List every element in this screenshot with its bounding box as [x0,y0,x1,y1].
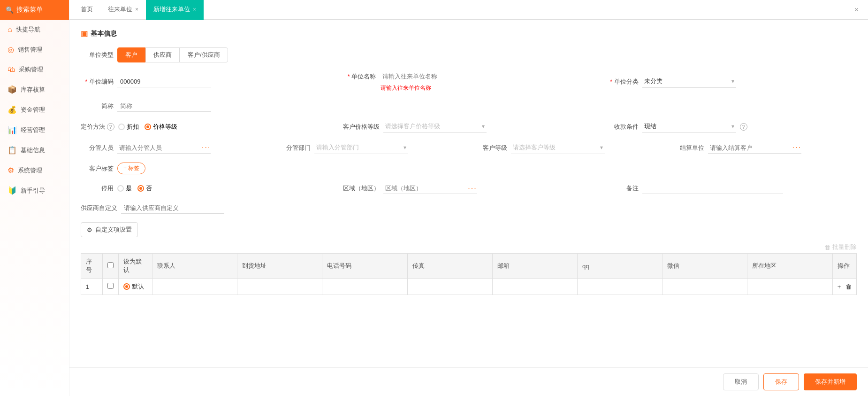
region-table-input[interactable] [752,283,827,290]
customer-tag-label: 客户标签 [81,164,114,173]
customer-level-select[interactable]: 请选择客户等级 ▾ [511,141,605,154]
row-checkbox[interactable] [107,283,114,289]
wechat-input[interactable] [667,283,742,290]
custom-settings-button[interactable]: ⚙ 自定义项设置 [81,222,138,237]
settings-icon: ⚙ [87,226,92,233]
system-icon: ⚙ [8,166,14,175]
save-button[interactable]: 保存 [763,373,799,390]
region-input[interactable] [383,183,466,194]
settlement-input[interactable] [708,142,791,153]
tab-new-partner[interactable]: 新增往来单位 × [146,0,204,20]
email-input[interactable] [497,283,572,290]
disabled-yes-option[interactable]: 是 [117,184,132,193]
tab-home-label: 首页 [81,5,93,14]
sidebar-item-system[interactable]: ⚙ 系统管理 [0,160,69,180]
pricing-discount-option[interactable]: 折扣 [118,123,139,131]
tab-new-partner-close[interactable]: × [193,6,196,13]
sidebar-item-label: 经营管理 [21,126,45,134]
unit-category-group: * 单位分类 未分类 ▾ [606,75,857,88]
type-btn-both[interactable]: 客户/供应商 [180,47,228,62]
section-title-text: 基本信息 [91,30,117,38]
add-tag-button[interactable]: + 标签 [117,163,145,174]
short-name-label: 简称 [81,102,114,110]
payment-condition-select[interactable]: 现结 ▾ [642,120,736,133]
sidebar-item-operation[interactable]: 📊 经营管理 [0,120,69,140]
pricing-method-label: 定价方法 ? [81,123,114,131]
sidebar-search[interactable]: 🔍 搜索菜单 [0,0,69,20]
inventory-icon: 📦 [8,85,17,94]
tab-partners[interactable]: 往来单位 × [100,0,146,20]
sidebar-item-inventory[interactable]: 📦 库存核算 [0,79,69,100]
supplier-custom-row: 供应商自定义 [81,202,857,214]
contact-input[interactable] [157,283,232,290]
delete-row-btn[interactable]: 🗑 [845,283,852,290]
note-input[interactable] [642,183,783,194]
row-check [103,279,119,295]
phone-input[interactable] [327,283,402,290]
payment-condition-label: 收款条件 [606,123,639,131]
category-chevron-icon: ▾ [731,78,734,85]
pricing-discount-radio [118,124,125,130]
window-close-button[interactable]: × [849,6,864,14]
add-row-btn[interactable]: + [838,283,841,290]
unit-name-group: * 单位名称 请输入往来单位名称 [343,71,594,92]
address-input[interactable] [242,283,317,290]
qq-input[interactable] [582,283,657,290]
unit-name-input[interactable] [380,71,483,82]
unit-category-label: * 单位分类 [606,78,639,86]
save-new-button[interactable]: 保存并新增 [804,373,857,390]
department-group: 分管部门 请输入分管部门 ▾ [278,141,464,154]
type-btn-customer[interactable]: 客户 [117,47,145,62]
settlement-more-btn[interactable]: ··· [792,143,801,152]
sidebar-item-finance[interactable]: 💰 资金管理 [0,100,69,120]
manager-more-btn[interactable]: ··· [202,143,211,152]
row-email [492,279,577,295]
sidebar-item-basic[interactable]: 📋 基础信息 [0,140,69,160]
unit-type-label: 单位类型 [81,51,114,59]
region-label: 区域（地区） [343,184,380,193]
search-icon: 🔍 [6,6,14,14]
customer-price-level-group: 客户价格等级 请选择客户价格等级 ▾ [343,120,594,133]
manager-input[interactable] [117,142,200,153]
disabled-no-label: 否 [146,184,152,193]
sales-icon: ◎ [8,45,14,54]
main-area: 首页 往来单位 × 新增往来单位 × × ▣ 基本信息 单位类型 客户 供应商 … [69,0,868,396]
fax-input[interactable] [412,283,487,290]
note-group: 备注 [606,183,857,194]
tab-home[interactable]: 首页 [73,0,100,20]
select-all-checkbox[interactable] [107,262,114,268]
disabled-group: 停用 是 否 [81,184,332,193]
pricing-discount-label: 折扣 [127,123,139,131]
sidebar-item-sales[interactable]: ◎ 销售管理 [0,39,69,60]
cancel-button[interactable]: 取消 [723,373,759,390]
payment-help-icon[interactable]: ? [740,123,747,131]
dept-chevron-icon: ▾ [404,144,406,151]
footer-bar: 取消 保存 保存并新增 [69,367,868,396]
sidebar-item-guide[interactable]: 🔰 新手引导 [0,180,69,201]
disabled-yes-radio [117,185,124,192]
short-name-input[interactable] [117,101,211,112]
payment-chevron-icon: ▾ [731,123,734,130]
col-address: 到货地址 [237,254,322,279]
disabled-no-option[interactable]: 否 [137,184,152,193]
row-default: 默认 [119,279,152,295]
pricing-help-icon[interactable]: ? [107,123,114,131]
sidebar-item-label: 基础信息 [21,146,45,155]
type-btn-supplier[interactable]: 供应商 [145,47,180,62]
tab-partners-close[interactable]: × [135,6,138,13]
pricing-level-label: 价格等级 [153,123,177,131]
sidebar-item-quick-nav[interactable]: ⌂ 快捷导航 [0,20,69,39]
unit-category-select[interactable]: 未分类 ▾ [642,75,736,88]
tags-group: 客户标签 + 标签 [81,163,857,174]
customer-price-level-select[interactable]: 请选择客户价格等级 ▾ [383,120,487,133]
col-action: 操作 [832,254,856,279]
department-select[interactable]: 请输入分管部门 ▾ [314,141,408,154]
row-default-radio-item[interactable]: 默认 [123,282,147,291]
sidebar-item-purchase[interactable]: 🛍 采购管理 [0,60,69,79]
unit-code-input[interactable] [117,76,211,87]
code-name-row: * 单位编码 * 单位名称 请输入往来单位名称 * 单位分类 [81,71,857,92]
supplier-custom-input[interactable] [121,202,224,214]
pricing-level-option[interactable]: 价格等级 [145,123,177,131]
region-more-btn[interactable]: ··· [468,184,477,193]
region-group: 区域（地区） ··· [343,183,594,194]
